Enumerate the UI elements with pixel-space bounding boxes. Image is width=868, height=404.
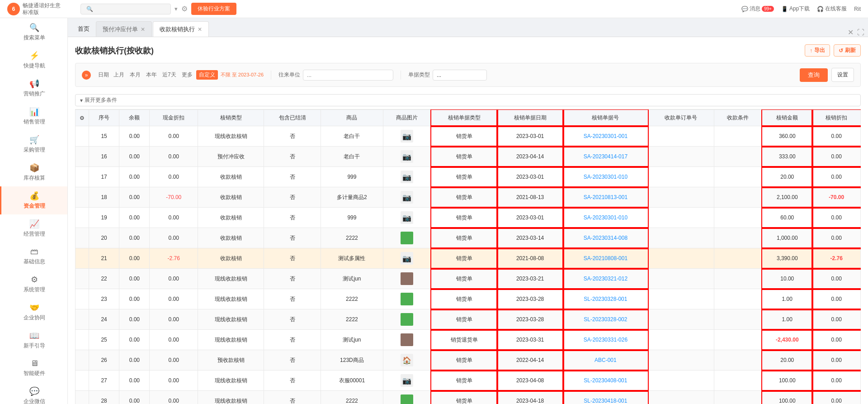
td-verify-bill-type: 销货单 <box>431 147 497 167</box>
tab-receipt[interactable]: 收款核销执行 ✕ <box>153 21 209 37</box>
date-btn-last-month[interactable]: 上月 <box>112 70 126 80</box>
bill-no-link[interactable]: SL-20230328-001 <box>584 296 627 302</box>
system-icon: ⚙ <box>31 275 38 285</box>
td-verify-bill-type: 销货单 <box>431 269 497 289</box>
td-receipt-order-no <box>648 289 714 309</box>
date-btn-this-month[interactable]: 本月 <box>128 70 142 80</box>
refresh-btn[interactable]: ↺ 刷新 <box>834 44 861 57</box>
filter-settings-btn[interactable]: 设置 <box>831 68 854 82</box>
bill-no-link[interactable]: SL-20230328-002 <box>584 316 627 323</box>
sidebar-item-hardware[interactable]: 🖥 智能硬件 <box>0 354 67 382</box>
settings-icon[interactable]: ⚙ <box>181 5 188 13</box>
export-btn[interactable]: ↑ 导出 <box>805 44 830 57</box>
query-btn[interactable]: 查询 <box>800 68 828 82</box>
td-include-settled: 否 <box>264 208 321 228</box>
bill-no-link[interactable]: SA-20230301-001 <box>584 133 627 139</box>
top-bar: 6 畅捷通谐好生意标准版 🔍 ▾ ⚙ 休验行业方案 💬 消息 99+ 📱 App… <box>0 0 868 18</box>
td-balance: 0.00 <box>119 330 150 350</box>
tab-prepay-close[interactable]: ✕ <box>141 26 145 33</box>
table-row: 15 0.00 0.00 现线收款核销 否 老白干 📷 销货单 2023-03-… <box>75 126 861 147</box>
td-receipt-order-no <box>648 350 714 371</box>
tab-home[interactable]: 首页 <box>71 21 96 37</box>
td-receipt-cond <box>714 248 762 269</box>
industry-btn[interactable]: 休验行业方案 <box>191 3 236 15</box>
td-verify-bill-date: 2023-04-08 <box>497 371 563 391</box>
td-product: 999 <box>321 208 383 228</box>
sidebar-item-inventory[interactable]: 📦 库存核算 <box>0 158 67 186</box>
app-download-item[interactable]: 📱 App下载 <box>781 5 810 13</box>
td-product: 老白干 <box>321 147 383 167</box>
bill-no-link[interactable]: SA-20230314-008 <box>584 235 627 241</box>
date-btn-7days[interactable]: 近7天 <box>160 70 178 80</box>
sidebar-item-label: 搜索菜单 <box>24 34 45 42</box>
online-service-item[interactable]: 🎧 在线客服 <box>817 5 847 13</box>
td-verify-discount: 0.00 <box>812 147 861 167</box>
td-cash-discount: 0.00 <box>150 228 198 248</box>
td-verify-discount: 0.00 <box>812 289 861 309</box>
sidebar-item-search[interactable]: 🔍 搜索菜单 <box>0 18 67 46</box>
td-product: 123D商品 <box>321 350 383 371</box>
date-btn-this-year[interactable]: 本年 <box>144 70 159 80</box>
app-icon: 📱 <box>781 6 788 12</box>
search-icon: 🔍 <box>86 6 93 12</box>
sidebar-item-marketing[interactable]: 📢 营销推广 <box>0 74 67 102</box>
sidebar-item-guide[interactable]: 📖 新手引导 <box>0 326 67 354</box>
sidebar-item-sales[interactable]: 📊 销售管理 <box>0 102 67 130</box>
td-cash-discount: 0.00 <box>150 126 198 147</box>
tab-bar-right: ✕ ⛶ <box>848 28 864 37</box>
sidebar-item-cooperation[interactable]: 🤝 企业协同 <box>0 298 67 326</box>
td-verify-bill-no: SA-20230314-008 <box>563 228 648 248</box>
sidebar-item-finance[interactable]: 💰 资金管理 <box>0 186 67 214</box>
date-btn-custom[interactable]: 自定义 <box>196 70 218 80</box>
td-no: 27 <box>89 371 119 391</box>
bill-type-select[interactable]: ... 销货单 销货退货单 <box>433 70 487 81</box>
bill-no-link[interactable]: SA-20230321-012 <box>584 276 627 282</box>
sidebar-item-management[interactable]: 📈 经营管理 <box>0 214 67 242</box>
sidebar-item-purchase[interactable]: 🛒 采购管理 <box>0 130 67 158</box>
filter-arrow-icon: » <box>82 71 91 80</box>
td-include-settled: 否 <box>264 248 321 269</box>
date-btn-more[interactable]: 更多 <box>180 70 194 80</box>
filter-toggle-btn[interactable]: » <box>82 71 91 80</box>
bill-no-link[interactable]: SA-20230414-017 <box>584 153 627 160</box>
td-receipt-cond <box>714 187 762 208</box>
dropdown-icon[interactable]: ▾ <box>175 5 178 12</box>
from-unit-input[interactable] <box>303 70 393 81</box>
bill-no-link[interactable]: SA-20210808-001 <box>584 255 627 261</box>
bill-no-link[interactable]: SL-20230418-001 <box>584 398 627 404</box>
gear-icon[interactable]: ⚙ <box>80 115 85 121</box>
td-receipt-cond <box>714 371 762 391</box>
bill-no-link[interactable]: SA-20230301-010 <box>584 174 627 180</box>
sidebar-item-label: 经营管理 <box>24 230 45 238</box>
th-gear: ⚙ <box>75 110 89 126</box>
td-receipt-order-no <box>648 391 714 404</box>
close-window-icon[interactable]: ✕ <box>848 28 854 37</box>
td-verify-amount: 1.00 <box>762 309 812 330</box>
td-verify-bill-date: 2023-03-21 <box>497 269 563 289</box>
sidebar-item-basic-info[interactable]: 🗃 基础信息 <box>0 242 67 270</box>
bill-no-link[interactable]: ABC-001 <box>594 357 617 363</box>
chevron-down-icon: ▾ <box>80 97 83 104</box>
sidebar-item-quick[interactable]: ⚡ 快捷导航 <box>0 46 67 74</box>
tab-bar: 首页 预付冲应付单 ✕ 收款核销执行 ✕ ✕ ⛶ <box>68 18 868 37</box>
maximize-window-icon[interactable]: ⛶ <box>857 29 864 37</box>
td-cash-discount: 0.00 <box>150 269 198 289</box>
bill-no-link[interactable]: SA-20230331-026 <box>584 337 627 343</box>
bill-no-link[interactable]: SA-20210813-001 <box>584 194 627 200</box>
sidebar-item-system[interactable]: ⚙ 系统管理 <box>0 270 67 298</box>
bill-no-link[interactable]: SL-20230408-001 <box>584 377 627 384</box>
message-item[interactable]: 💬 消息 99+ <box>741 5 774 13</box>
td-include-settled: 否 <box>264 228 321 248</box>
td-verify-bill-no: SL-20230408-001 <box>563 371 648 391</box>
td-verify-amount: 60.00 <box>762 208 812 228</box>
th-receipt-order-no: 收款单订单号 <box>648 110 714 126</box>
td-product-img: 📷 <box>383 147 431 167</box>
expand-more-btn[interactable]: ▾ 展开更多条件 <box>75 94 861 106</box>
bill-no-link[interactable]: SA-20230301-010 <box>584 214 627 221</box>
td-verify-type: 预收款核销 <box>198 350 264 371</box>
tab-prepay[interactable]: 预付冲应付单 ✕ <box>96 21 152 37</box>
sidebar-item-wechat[interactable]: 💬 企业微信 <box>0 382 67 404</box>
quick-icon: ⚡ <box>29 51 39 61</box>
user-item[interactable]: Rit <box>854 6 861 12</box>
tab-receipt-close[interactable]: ✕ <box>198 26 202 33</box>
